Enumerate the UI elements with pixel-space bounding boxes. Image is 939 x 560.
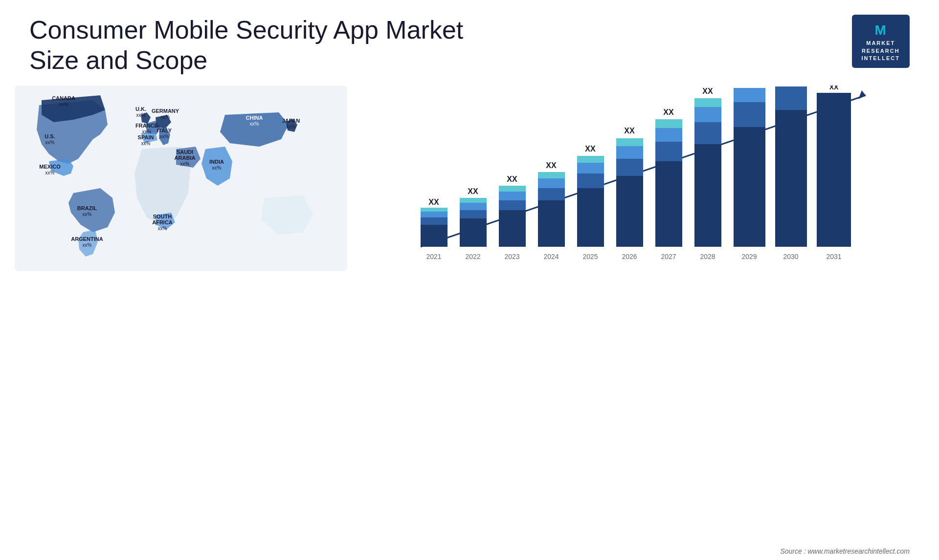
svg-text:2026: 2026 [622,253,637,260]
svg-rect-62 [694,122,721,144]
svg-text:2025: 2025 [582,253,598,260]
saudi-label: SAUDI [177,149,193,155]
svg-text:2030: 2030 [783,253,798,260]
svg-text:xx%: xx% [287,124,296,129]
svg-text:xx%: xx% [212,165,222,171]
uk-label: U.K. [135,106,146,112]
logo-area: M MARKET RESEARCH INTELLECT [852,15,910,68]
svg-text:2024: 2024 [543,253,559,260]
brazil-label: BRAZIL [77,205,97,211]
logo: M MARKET RESEARCH INTELLECT [852,15,910,68]
svg-rect-21 [421,212,447,217]
svg-text:XX: XX [829,86,839,91]
bar-2021-dark [421,225,447,247]
svg-rect-31 [499,210,526,247]
svg-rect-68 [734,102,765,127]
svg-rect-56 [655,142,682,161]
us-label: U.S. [45,133,55,139]
svg-text:XX: XX [428,198,439,206]
svg-text:ARABIA: ARABIA [175,155,196,161]
svg-rect-57 [655,128,682,142]
svg-rect-39 [538,178,565,188]
svg-text:2029: 2029 [741,253,757,260]
svg-text:xx%: xx% [45,140,55,145]
svg-text:xx%: xx% [141,141,151,146]
france-label: FRANCE [135,123,158,129]
svg-text:XX: XX [585,145,596,153]
southafrica-label: SOUTH [153,214,172,219]
svg-rect-67 [734,127,765,247]
svg-rect-34 [499,186,526,192]
bar-chart-svg: XX 2021 XX 2022 XX 2023 XX 2024 [372,86,910,266]
svg-rect-63 [694,107,721,122]
svg-text:xx%: xx% [161,114,170,120]
svg-text:2023: 2023 [504,253,519,260]
svg-rect-45 [577,163,604,173]
svg-rect-22 [421,208,447,212]
svg-text:XX: XX [546,161,557,170]
india-label: INDIA [209,159,224,165]
japan-label: JAPAN [282,118,300,124]
svg-text:XX: XX [786,86,796,87]
page-title: Consumer Mobile Security App Market Size… [29,15,470,76]
svg-text:xx%: xx% [250,121,259,127]
svg-rect-38 [538,188,565,200]
svg-rect-44 [577,173,604,188]
svg-text:AFRICA: AFRICA [152,219,173,225]
svg-text:XX: XX [744,86,755,87]
svg-rect-26 [460,210,487,218]
svg-text:XX: XX [507,175,517,183]
svg-text:2021: 2021 [426,253,441,260]
svg-rect-58 [655,119,682,128]
map-svg: CANADA xx% U.S. xx% MEXICO xx% BRAZIL xx… [15,86,347,271]
italy-label: ITALY [157,128,172,133]
svg-rect-73 [775,86,807,110]
logo-line3: INTELLECT [862,55,900,62]
canada-label: CANADA [52,95,75,101]
svg-rect-40 [538,172,565,178]
svg-rect-64 [694,98,721,107]
svg-rect-76 [817,93,851,247]
svg-text:xx%: xx% [83,242,92,248]
svg-rect-33 [499,192,526,200]
header: Consumer Mobile Security App Market Size… [0,0,939,86]
svg-text:xx%: xx% [83,212,92,217]
svg-rect-46 [577,156,604,163]
svg-text:XX: XX [702,87,713,95]
spain-label: SPAIN [138,134,154,140]
svg-rect-51 [616,146,643,159]
svg-rect-27 [460,203,487,210]
logo-line2: RESEARCH [862,47,900,55]
svg-text:2028: 2028 [700,253,715,260]
logo-letter: M [862,21,900,40]
svg-text:xx%: xx% [136,112,146,118]
svg-text:xx%: xx% [180,161,190,167]
svg-rect-28 [460,198,487,203]
source-text: Source : www.marketresearchintellect.com [780,547,910,555]
map-section: CANADA xx% U.S. xx% MEXICO xx% BRAZIL xx… [10,86,352,560]
svg-text:xx%: xx% [142,129,152,134]
china-label: CHINA [246,115,263,121]
svg-rect-32 [499,200,526,210]
svg-rect-20 [421,217,447,225]
svg-rect-69 [734,88,765,102]
argentina-label: ARGENTINA [71,236,103,242]
svg-text:2027: 2027 [661,253,676,260]
germany-label: GERMANY [152,108,179,114]
svg-text:XX: XX [624,127,635,135]
chart-section: XX 2021 XX 2022 XX 2023 XX 2024 [352,86,929,560]
svg-rect-37 [538,200,565,247]
svg-rect-52 [616,138,643,146]
svg-text:2022: 2022 [465,253,480,260]
svg-rect-50 [616,159,643,176]
mexico-label: MEXICO [39,164,61,170]
svg-rect-43 [577,188,604,247]
svg-text:XX: XX [468,187,478,195]
svg-rect-61 [694,144,721,247]
svg-text:xx%: xx% [45,170,55,175]
svg-text:2031: 2031 [826,253,841,260]
world-map: CANADA xx% U.S. xx% MEXICO xx% BRAZIL xx… [15,86,347,271]
svg-rect-25 [460,218,487,247]
svg-rect-72 [775,110,807,247]
svg-text:XX: XX [663,108,674,116]
